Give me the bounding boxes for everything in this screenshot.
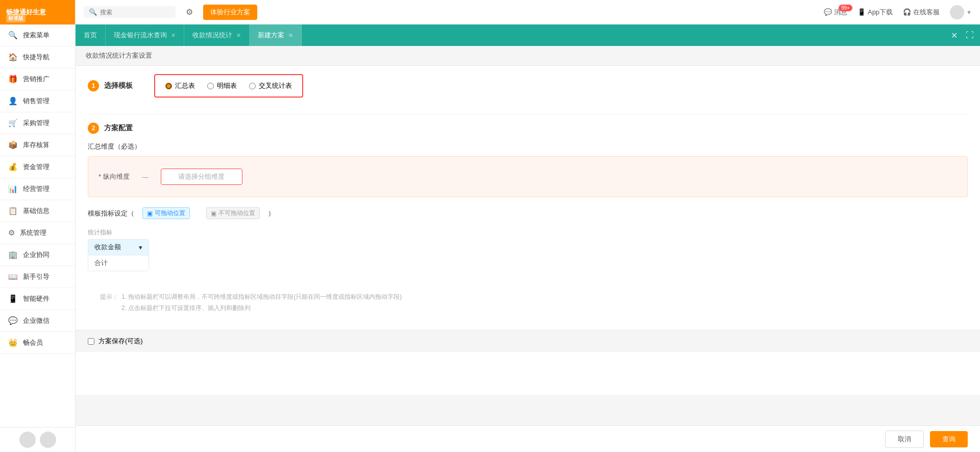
radio-cross[interactable]: 交叉统计表 (249, 81, 292, 90)
radio-detail[interactable]: 明细表 (207, 81, 237, 90)
save-checkbox[interactable] (88, 338, 94, 345)
metrics-col-header[interactable]: 收款金额 ▾ (88, 240, 149, 255)
notification-count: 99+ (839, 5, 852, 11)
tab-bank-flow[interactable]: 现金银行流水查询✕ (106, 25, 184, 46)
tab-bar: 首页现金银行流水查询✕收款情况统计✕新建方案✕ ✕ ⛶ (76, 25, 980, 46)
sidebar-item-search-menu[interactable]: 🔍搜索菜单 (0, 25, 75, 46)
dimension-arrow: — (142, 173, 149, 181)
sidebar-item-sales[interactable]: 👤销售管理 (0, 90, 75, 112)
support-label: 在线客服 (913, 8, 940, 17)
sidebar-item-label: 经营管理 (23, 184, 50, 194)
tab-label: 现金银行流水查询 (114, 31, 167, 40)
quick-nav-icon: 🏠 (8, 53, 18, 62)
cancel-button[interactable]: 取消 (885, 431, 924, 448)
search-icon: 🔍 (89, 8, 97, 16)
sidebar-item-finance[interactable]: 💰资金管理 (0, 156, 75, 178)
radio-cross-label: 交叉统计表 (259, 81, 292, 90)
sidebar-item-hardware[interactable]: 📱智能硬件 (0, 288, 75, 310)
metrics-group: 统计指标 收款金额 ▾ 合计 (88, 228, 149, 271)
sidebar-item-wechat[interactable]: 💬企业微信 (0, 310, 75, 332)
sidebar-item-system[interactable]: ⚙系统管理 (0, 222, 75, 244)
tip-text-1: 1. 拖动标题栏可以调整布局，不可跨维度或指标区域拖动目字段(只能在同一维度或指… (121, 292, 402, 303)
metrics-table: 收款金额 ▾ 合计 (88, 239, 149, 271)
user-info[interactable]: ▼ (950, 5, 972, 19)
sidebar-item-quick-nav[interactable]: 🏠快捷导航 (0, 46, 75, 68)
draggable-label: 可拖动位置 (155, 209, 185, 218)
tab-close-new-plan[interactable]: ✕ (288, 32, 293, 39)
dimension-selector[interactable]: 请选择分组维度 (161, 169, 242, 185)
inventory-icon: 📦 (8, 140, 18, 150)
version-badge: 标准版 (6, 14, 26, 22)
query-button[interactable]: 查询 (930, 431, 968, 447)
step1-section: 1 选择模板 汇总表 明细表 交叉统计表 (76, 66, 980, 114)
metrics-row-label: 合计 (94, 259, 108, 267)
sidebar-item-enterprise[interactable]: 🏢企业协同 (0, 244, 75, 266)
search-box[interactable]: 🔍 (84, 6, 176, 18)
app-icon: 📱 (857, 8, 866, 16)
sidebar-item-label: 库存核算 (23, 140, 50, 150)
purchase-icon: 🛒 (8, 118, 18, 128)
support-icon: 🎧 (903, 8, 911, 16)
tips-area: 提示： 1. 拖动标题栏可以调整布局，不可跨维度或指标区域拖动目字段(只能在同一… (88, 283, 968, 322)
metrics-col-dropdown[interactable]: ▾ (139, 244, 142, 251)
operations-icon: 📊 (8, 184, 18, 194)
sidebar-item-operations[interactable]: 📊经营管理 (0, 178, 75, 200)
sidebar-item-label: 采购管理 (23, 118, 50, 128)
expand-icon[interactable]: ⛶ (964, 29, 976, 42)
vertical-dim-label: * 纵向维度 (99, 172, 130, 181)
sidebar-bottom (0, 427, 75, 452)
app-download-btn[interactable]: 📱 App下载 (857, 8, 893, 17)
dimension-subsection: 汇总维度（必选） * 纵向维度 — 请选择分组维度 (88, 142, 968, 197)
tab-home[interactable]: 首页 (76, 25, 106, 46)
sidebar-item-label: 营销推广 (23, 75, 50, 84)
step2-section: 2 方案配置 汇总维度（必选） * 纵向维度 — 请选择分组维度 (76, 114, 980, 330)
step1-header: 1 选择模板 汇总表 明细表 交叉统计表 (88, 74, 968, 98)
sidebar-item-label: 系统管理 (20, 228, 46, 237)
step1-num: 1 (88, 80, 99, 91)
sidebar-item-purchase[interactable]: 🛒采购管理 (0, 112, 75, 134)
wechat-icon: 💬 (8, 316, 18, 325)
page-content: 收款情况统计方案设置 1 选择模板 汇总表 明细表 (76, 46, 980, 425)
trial-button[interactable]: 体验行业方案 (203, 5, 257, 20)
enterprise-icon: 🏢 (8, 250, 18, 259)
page-inner: 收款情况统计方案设置 1 选择模板 汇总表 明细表 (76, 46, 980, 395)
sidebar-item-marketing[interactable]: 🎁营销推广 (0, 68, 75, 90)
radio-detail-label: 明细表 (217, 81, 237, 90)
tab-new-plan[interactable]: 新建方案✕ (250, 25, 302, 46)
radio-detail-input[interactable] (207, 83, 214, 89)
sidebar-item-label: 畅会员 (23, 338, 43, 347)
basic-info-icon: 📋 (8, 206, 18, 216)
sidebar-item-label: 基础信息 (23, 206, 50, 216)
metrics-subsection: 模板指标设定（ ▣ 可拖动位置 ▣ 不可拖动位置 ） (88, 207, 968, 275)
non-draggable-label: 不可拖动位置 (218, 209, 255, 218)
search-input[interactable] (100, 9, 161, 16)
tab-label: 首页 (84, 31, 97, 40)
step2-num: 2 (88, 123, 99, 134)
non-draggable-icon: ▣ (211, 210, 216, 217)
tab-close-bank-flow[interactable]: ✕ (171, 32, 176, 39)
sidebar-item-inventory[interactable]: 📦库存核算 (0, 134, 75, 156)
sidebar-item-basic-info[interactable]: 📋基础信息 (0, 200, 75, 222)
dimension-title: 汇总维度（必选） (88, 142, 968, 151)
radio-summary[interactable]: 汇总表 (165, 81, 195, 90)
sidebar-item-label: 智能硬件 (23, 294, 50, 303)
template-options: 汇总表 明细表 交叉统计表 (154, 74, 303, 98)
sidebar: 畅捷通好生意 标准版 🔍搜索菜单🏠快捷导航🎁营销推广👤销售管理🛒采购管理📦库存核… (0, 0, 76, 452)
metrics-row-total: 合计 (88, 255, 149, 271)
tab-collection-stats[interactable]: 收款情况统计✕ (184, 25, 250, 46)
member-icon: 👑 (8, 338, 18, 347)
tabs-container: 首页现金银行流水查询✕收款情况统计✕新建方案✕ (76, 25, 302, 46)
metrics-col-label: 收款金额 (94, 243, 121, 252)
radio-cross-input[interactable] (249, 83, 256, 89)
sidebar-item-member[interactable]: 👑畅会员 (0, 332, 75, 354)
radio-summary-input[interactable] (165, 83, 172, 89)
notification-btn[interactable]: 💬 消息 99+ (824, 8, 847, 17)
metrics-close-paren: ） (268, 209, 275, 218)
tab-close-collection-stats[interactable]: ✕ (236, 32, 241, 39)
message-icon: 💬 (824, 8, 832, 16)
close-all-icon[interactable]: ✕ (949, 29, 960, 42)
sidebar-item-guide[interactable]: 📖新手引导 (0, 266, 75, 288)
metrics-title: 模板指标设定（ (88, 209, 134, 218)
support-btn[interactable]: 🎧 在线客服 (903, 8, 940, 17)
gear-icon[interactable]: ⚙ (184, 5, 195, 19)
